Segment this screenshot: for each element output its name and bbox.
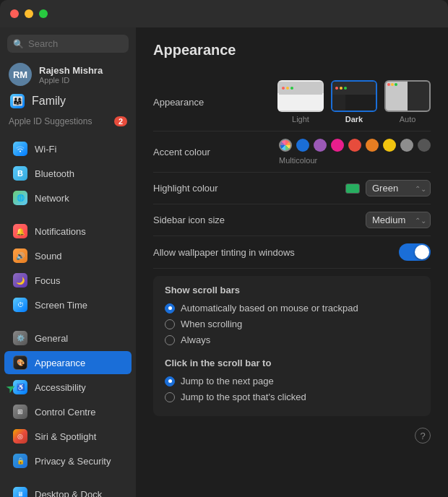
scroll-auto-radio[interactable] [165, 303, 175, 314]
scroll-radio-always[interactable]: Always [165, 334, 419, 345]
scroll-radio-auto[interactable]: Automatically based on mouse or trackpad [165, 303, 419, 314]
family-label: Family [32, 95, 66, 108]
light-thumb [277, 80, 324, 112]
user-profile[interactable]: RM Rajesh Mishra Apple ID [0, 59, 136, 90]
sidebar-item-bluetooth[interactable]: B Bluetooth [4, 162, 132, 185]
sidebar-item-siri[interactable]: ◎ Siri & Spotlight [4, 425, 132, 448]
appearance-options: Light [277, 80, 431, 124]
accent-purple[interactable] [314, 139, 327, 152]
accent-orange[interactable] [366, 139, 379, 152]
appearance-option-auto[interactable]: Auto [384, 80, 431, 124]
scroll-scrolling-label: When scrolling [181, 319, 242, 329]
general-icon: ⚙️ [13, 331, 27, 345]
titlebar [0, 0, 448, 27]
sidebar-icon-control: Small Medium Large ⌃⌄ [366, 212, 431, 228]
accent-graphite[interactable] [418, 139, 431, 152]
family-icon: 👨‍👩‍👧 [10, 94, 25, 108]
auto-label: Auto [400, 115, 416, 124]
traffic-lights [10, 9, 48, 18]
scroll-radio-scrolling[interactable]: When scrolling [165, 319, 419, 329]
appearance-option-light[interactable]: Light [277, 80, 324, 124]
click-spot-label: Jump to the spot that's clicked [181, 392, 306, 402]
accent-yellow[interactable] [383, 139, 396, 152]
suggestions-badge: 2 [114, 116, 127, 126]
appearance-option-dark[interactable]: Dark [331, 80, 377, 124]
click-spot-radio[interactable] [165, 392, 175, 402]
accent-blue[interactable] [296, 139, 309, 152]
scroll-always-radio[interactable] [165, 335, 175, 345]
highlight-colour-select[interactable]: Green Blue Red Orange Yellow Purple [366, 180, 431, 196]
sound-icon: 🔊 [13, 248, 27, 263]
page-title: Appearance [153, 42, 431, 59]
search-bar[interactable]: 🔍 [7, 35, 129, 53]
user-name: Rajesh Mishra [39, 65, 103, 76]
sidebar-icon-label: Sidebar icon size [153, 215, 269, 225]
sidebar-item-control[interactable]: ⊞ Control Centre [4, 400, 132, 423]
minimize-button[interactable] [25, 9, 33, 18]
desktop-icon: 🖥 [13, 487, 27, 497]
appearance-icon: 🎨 [13, 355, 27, 370]
sidebar-item-focus[interactable]: 🌙 Focus [4, 269, 132, 292]
accent-red[interactable] [348, 139, 361, 152]
search-input[interactable] [28, 38, 123, 49]
sidebar-item-sound[interactable]: 🔊 Sound [4, 244, 132, 267]
sidebar-icon-select[interactable]: Small Medium Large [366, 212, 431, 228]
click-next-radio[interactable] [165, 376, 175, 386]
sidebar-section-label: Apple ID Suggestions 2 [0, 112, 136, 128]
sidebar-icon-dropdown-wrapper: Small Medium Large ⌃⌄ [366, 212, 431, 228]
accent-colour-control: Multicolour [279, 139, 431, 165]
click-next-label: Jump to the next page [181, 376, 274, 386]
notifications-icon: 🔔 [13, 224, 27, 238]
click-radio-spot[interactable]: Jump to the spot that's clicked [165, 392, 419, 402]
scroll-always-label: Always [181, 334, 210, 345]
user-sub: Apple ID [39, 76, 103, 85]
appearance-row: Appearance [153, 73, 431, 131]
click-radio-next[interactable]: Jump to the next page [165, 376, 419, 386]
close-button[interactable] [10, 9, 19, 18]
wifi-icon [13, 142, 27, 156]
main-layout: 🔍 RM Rajesh Mishra Apple ID 👨‍👩‍👧 Family… [0, 27, 448, 497]
sidebar-item-desktop[interactable]: 🖥 Desktop & Dock [4, 483, 132, 497]
scroll-scrolling-radio[interactable] [165, 319, 175, 329]
sidebar-item-accessibility[interactable]: ♿ Accessibility ➤ [4, 376, 132, 399]
help-button[interactable]: ? [415, 428, 431, 444]
highlight-swatch [345, 183, 360, 194]
highlight-colour-row: Highlight colour Green Blue Red Orange Y… [153, 173, 431, 204]
scroll-auto-label: Automatically based on mouse or trackpad [181, 303, 358, 314]
accent-colour-label: Accent colour [153, 147, 269, 157]
accent-colour-row: Accent colour Multicolour [153, 131, 431, 173]
fullscreen-button[interactable] [39, 9, 48, 18]
sidebar-item-appearance[interactable]: 🎨 Appearance [4, 351, 132, 374]
content-area: Appearance Appearance [136, 27, 448, 497]
highlight-dropdown-wrapper: Green Blue Red Orange Yellow Purple ⌃⌄ [366, 180, 431, 196]
wallpaper-tinting-control [399, 243, 431, 261]
accent-multicolor[interactable] [279, 139, 292, 152]
accent-dots [279, 139, 431, 152]
click-scroll-title: Click in the scroll bar to [165, 358, 419, 368]
network-icon: 🌐 [13, 191, 27, 205]
wallpaper-tinting-toggle[interactable] [399, 243, 431, 261]
search-icon: 🔍 [13, 39, 24, 49]
highlight-colour-label: Highlight colour [153, 183, 269, 194]
accent-pink[interactable] [331, 139, 344, 152]
sidebar-item-notifications[interactable]: 🔔 Notifications [4, 220, 132, 243]
dark-thumb [331, 80, 377, 112]
auto-thumb [384, 80, 431, 112]
siri-icon: ◎ [13, 429, 27, 444]
sidebar: 🔍 RM Rajesh Mishra Apple ID 👨‍👩‍👧 Family… [0, 27, 136, 497]
sidebar-item-network[interactable]: 🌐 Network [4, 186, 132, 209]
sidebar-item-general[interactable]: ⚙️ General [4, 327, 132, 350]
appearance-setting-label: Appearance [153, 97, 269, 108]
wallpaper-tinting-label: Allow wallpaper tinting in windows [153, 247, 295, 258]
sidebar-item-privacy[interactable]: 🔒 Privacy & Security [4, 449, 132, 472]
privacy-icon: 🔒 [13, 454, 27, 468]
sidebar-item-wifi[interactable]: Wi-Fi [4, 137, 132, 160]
bluetooth-icon: B [13, 166, 27, 181]
control-icon: ⊞ [13, 405, 27, 419]
dark-label: Dark [345, 115, 363, 124]
sidebar-item-family[interactable]: 👨‍👩‍👧 Family [0, 90, 136, 112]
toggle-knob [415, 245, 429, 259]
highlight-colour-control: Green Blue Red Orange Yellow Purple ⌃⌄ [345, 180, 431, 196]
sidebar-item-screentime[interactable]: ⏱ Screen Time [4, 293, 132, 316]
accent-gray[interactable] [400, 139, 413, 152]
